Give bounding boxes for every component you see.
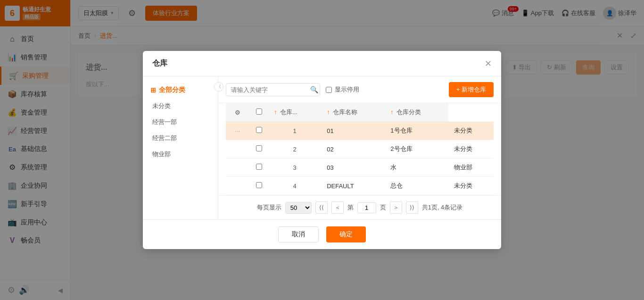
page-suffix-label: 页: [380, 203, 386, 212]
sort-category-icon: ↑: [390, 108, 394, 116]
row-check-3: [249, 158, 268, 177]
search-box: 🔍: [226, 83, 320, 96]
row-name-4: 总仓: [385, 177, 448, 195]
per-page-select[interactable]: 50 10 20 100: [285, 202, 312, 214]
select-all-checkbox[interactable]: [256, 108, 262, 115]
table-body: ··· 1 01 1号仓库 未分类: [226, 122, 494, 195]
prev-page-btn[interactable]: ＜: [331, 201, 344, 214]
row-num-1: 1: [268, 122, 321, 140]
col-category-header: ↑ 仓库分类: [385, 103, 448, 122]
col-check-header: [249, 103, 268, 122]
show-disabled-checkbox[interactable]: [326, 87, 332, 93]
category-all-label: 全部分类: [159, 86, 185, 94]
table-row[interactable]: 4 DEFAULT 总仓 未分类: [226, 177, 494, 195]
row-checkbox-2[interactable]: [256, 145, 262, 151]
first-page-btn[interactable]: ⟨⟨: [315, 201, 328, 214]
modal-title: 仓库: [152, 58, 167, 68]
row-check-1: [249, 122, 268, 140]
search-icon[interactable]: 🔍: [310, 86, 318, 93]
pagination-summary: 共1页, 4条记录: [422, 203, 463, 212]
row-checkbox-1[interactable]: [256, 127, 262, 133]
col-name-header: ↑ 仓库名称: [321, 103, 385, 122]
modal-close-btn[interactable]: ✕: [485, 59, 492, 68]
warehouse-table: ⚙ ↑ 仓库... ↑: [226, 103, 494, 195]
row-checkbox-3[interactable]: [256, 164, 262, 170]
row-actions-4: [226, 177, 249, 195]
row-num-4: 4: [268, 177, 321, 195]
modal-table-area: ⚙ ↑ 仓库... ↑: [218, 103, 501, 195]
modal-body: ⊞ 全部分类 《 未分类 经营一部 经营二部 物业部 🔍: [143, 76, 501, 219]
col-settings-header: ⚙: [226, 103, 249, 122]
category-item-dept1[interactable]: 经营一部: [143, 114, 218, 130]
modal-toolbar: 🔍 显示停用 + 新增仓库: [218, 76, 501, 103]
category-all-btn[interactable]: ⊞ 全部分类: [143, 82, 218, 98]
row-code-2: 02: [321, 140, 385, 158]
confirm-btn[interactable]: 确定: [326, 226, 366, 242]
table-row[interactable]: 2 02 2号仓库 未分类: [226, 140, 494, 158]
modal-main: 🔍 显示停用 + 新增仓库 ⚙: [218, 76, 501, 219]
row-name-3: 水: [385, 158, 448, 177]
grid-icon: ⊞: [150, 86, 156, 94]
row-actions-2: [226, 140, 249, 158]
page-prefix-label: 第: [347, 203, 354, 212]
row-num-2: 2: [268, 140, 321, 158]
warehouse-modal: 仓库 ✕ ⊞ 全部分类 《 未分类 经营一部 经营二部 物业部: [143, 51, 501, 249]
new-warehouse-btn[interactable]: + 新增仓库: [449, 82, 494, 97]
row-action-dots-1[interactable]: ···: [235, 127, 240, 134]
row-category-2: 未分类: [448, 140, 494, 158]
cancel-btn[interactable]: 取消: [278, 226, 319, 242]
row-code-1: 01: [321, 122, 385, 140]
table-row[interactable]: 3 03 水 物业部: [226, 158, 494, 177]
row-checkbox-4[interactable]: [256, 182, 262, 188]
table-row[interactable]: ··· 1 01 1号仓库 未分类: [226, 122, 494, 140]
per-page-label: 每页显示: [257, 203, 281, 212]
settings-col-icon: ⚙: [235, 109, 240, 116]
row-num-3: 3: [268, 158, 321, 177]
row-check-4: [249, 177, 268, 195]
search-input[interactable]: [231, 86, 310, 93]
show-disabled-label: 显示停用: [335, 85, 359, 94]
category-item-unclassified[interactable]: 未分类: [143, 98, 218, 114]
row-category-4: 未分类: [448, 177, 494, 195]
category-item-property[interactable]: 物业部: [143, 146, 218, 162]
category-collapse-btn[interactable]: 《: [214, 82, 223, 92]
next-page-btn[interactable]: ＞: [390, 201, 402, 214]
modal-footer: 取消 确定: [143, 219, 501, 249]
show-disabled-option: 显示停用: [326, 85, 359, 94]
sort-name-icon: ↑: [327, 108, 330, 116]
row-category-3: 物业部: [448, 158, 494, 177]
row-code-4: DEFAULT: [321, 177, 385, 195]
category-sidebar: ⊞ 全部分类 《 未分类 经营一部 经营二部 物业部: [143, 76, 218, 219]
modal-pagination: 每页显示 50 10 20 100 ⟨⟨ ＜ 第 页 ＞ ⟩⟩ 共1页, 4条记…: [218, 195, 501, 219]
category-item-dept2[interactable]: 经营二部: [143, 130, 218, 146]
row-actions-3: [226, 158, 249, 177]
modal-header: 仓库 ✕: [143, 51, 501, 76]
row-actions-1: ···: [226, 122, 249, 140]
row-category-1: 未分类: [448, 122, 494, 140]
sort-code-icon: ↑: [274, 108, 277, 116]
row-check-2: [249, 140, 268, 158]
modal-overlay: 仓库 ✕ ⊞ 全部分类 《 未分类 经营一部 经营二部 物业部: [0, 0, 644, 300]
row-name-1: 1号仓库: [385, 122, 448, 140]
col-code-header: ↑ 仓库...: [268, 103, 321, 122]
table-header-row: ⚙ ↑ 仓库... ↑: [226, 103, 494, 122]
page-number-input[interactable]: [357, 202, 376, 213]
row-name-2: 2号仓库: [385, 140, 448, 158]
row-code-3: 03: [321, 158, 385, 177]
last-page-btn[interactable]: ⟩⟩: [406, 201, 418, 214]
